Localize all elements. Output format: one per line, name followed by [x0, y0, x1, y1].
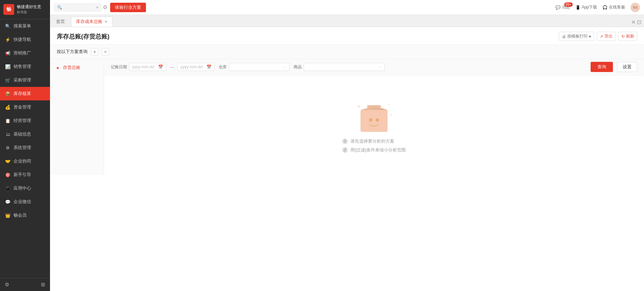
tab-home[interactable]: 首页 — [51, 17, 70, 27]
content-area: 库存总账(存货总账) 🖨 按模板打印 ▾ ↗ 导出 ↻ 刷新 按以下方案查询 — [50, 27, 644, 291]
sidebar-item-newbie[interactable]: 🎯 新手引导 — [0, 168, 50, 181]
filter-collapse-button[interactable]: « — [102, 48, 109, 55]
export-label: 导出 — [604, 33, 613, 39]
warehouse-more-icon: ··· — [283, 65, 287, 69]
scheme-item-label: 存货总账 — [63, 65, 80, 71]
right-content: 记账日期 yyyy-mm-dd 📅 — yyyy-mm-dd 📅 仓库 — [104, 59, 644, 175]
headset-icon: 🎧 — [602, 5, 608, 10]
user-avatar[interactable]: Rit — [630, 3, 640, 12]
message-badge: 99+ — [564, 2, 573, 7]
empty-hint-2: 2 用[过滤]条件来缩小分析范围 — [342, 146, 405, 154]
mobile-icon: 📱 — [5, 185, 11, 191]
sidebar-item-member[interactable]: 👑 畅会员 — [0, 209, 50, 222]
filter-and-scheme: ● 存货总账 记账日期 yyyy-mm-dd 📅 — — [50, 59, 644, 175]
sidebar-item-app-center[interactable]: 📱 应用中心 — [0, 181, 50, 195]
tab-inventory-cost[interactable]: 库存成本总账 ✕ — [71, 17, 113, 27]
sidebar-item-label: 基础信息 — [14, 131, 31, 137]
warehouse-select[interactable]: ··· — [229, 63, 290, 71]
panel-close-icon[interactable]: ✕ — [631, 19, 636, 27]
calendar-end-icon: 📅 — [206, 65, 212, 69]
lightning-icon: ⚡ — [5, 37, 11, 43]
sidebar-item-marketing[interactable]: 📢 营销推广 — [0, 46, 50, 60]
printer-icon: 🖨 — [562, 34, 566, 39]
export-icon: ↗ — [600, 34, 603, 39]
scheme-item-stock-ledger[interactable]: ● 存货总账 — [50, 62, 104, 73]
sidebar-item-basic[interactable]: 🗂 基础信息 — [0, 127, 50, 141]
goods-more-icon: ··· — [378, 65, 382, 69]
filter-add-button[interactable]: + — [91, 48, 98, 55]
app-name: 畅捷通好生意 — [17, 4, 41, 10]
tab-close-icon[interactable]: ✕ — [104, 20, 107, 24]
sidebar-item-sales[interactable]: 📊 销售管理 — [0, 60, 50, 73]
warehouse-label: 仓库 — [219, 64, 227, 70]
scheme-panel: ● 存货总账 — [50, 59, 104, 175]
tab-bar: 首页 库存成本总账 ✕ ✕ ⊡ — [50, 15, 644, 27]
cart-icon: 🛒 — [5, 77, 11, 83]
sidebar-item-wechat[interactable]: 💬 企业微信 — [0, 195, 50, 209]
sidebar-item-system[interactable]: ⚙ 系统管理 — [0, 141, 50, 154]
main-area: 🔍 ▾ ⚙ 体验行业方案 💬 消息 99+ 📱 App下载 🎧 在线客服 Ri — [50, 0, 644, 291]
sidebar-item-label: 快捷导航 — [14, 37, 31, 43]
date-start-placeholder: yyyy-mm-dd — [132, 65, 154, 69]
refresh-icon: ↻ — [621, 34, 625, 39]
industry-solution-button[interactable]: 体验行业方案 — [110, 3, 146, 12]
export-button[interactable]: ↗ 导出 — [597, 32, 616, 41]
calendar-start-icon: 📅 — [158, 65, 163, 69]
date-label: 记账日期 — [111, 64, 127, 70]
date-end-placeholder: yyyy-mm-dd — [180, 65, 202, 69]
date-end-input[interactable]: yyyy-mm-dd 📅 — [177, 63, 215, 71]
refresh-button[interactable]: ↻ 刷新 — [618, 32, 637, 41]
goods-filter: 商品 ··· — [294, 63, 385, 71]
filter-row: 记账日期 yyyy-mm-dd 📅 — yyyy-mm-dd 📅 仓库 — [104, 59, 644, 76]
sidebar-item-operations[interactable]: 📋 经营管理 — [0, 114, 50, 127]
target-icon: 🎯 — [5, 172, 11, 178]
tab-inventory-cost-label: 库存成本总账 — [76, 19, 102, 25]
app-download-item[interactable]: 📱 App下载 — [575, 4, 597, 10]
empty-hint-2-text: 用[过滤]条件来缩小分析范围 — [350, 146, 405, 154]
sidebar-item-purchase[interactable]: 🛒 采购管理 — [0, 73, 50, 87]
topbar-right: 💬 消息 99+ 📱 App下载 🎧 在线客服 Rit — [555, 3, 640, 12]
svg-point-3 — [376, 118, 379, 122]
sidebar-menu: 🔍 搜索菜单 ⚡ 快捷导航 📢 营销推广 📊 销售管理 🛒 采购管理 📦 库存核… — [0, 19, 50, 278]
settings-bottom-icon[interactable]: ⚙ — [5, 282, 9, 288]
dropdown-icon: ▾ — [96, 5, 98, 10]
panel-expand-icon[interactable]: ⊡ — [637, 19, 641, 27]
empty-hint-1: 1 请先选择要分析的方案 — [342, 137, 405, 146]
sidebar-item-quick-nav[interactable]: ⚡ 快捷导航 — [0, 33, 50, 46]
sidebar-item-label: 采购管理 — [14, 77, 31, 83]
print-template-button[interactable]: 🖨 按模板打印 ▾ — [559, 32, 594, 41]
empty-state: 1 请先选择要分析的方案 2 用[过滤]条件来缩小分析范围 — [104, 76, 644, 175]
query-button[interactable]: 查询 — [591, 62, 613, 72]
sidebar-item-cooperation[interactable]: 🤝 企业协同 — [0, 154, 50, 168]
goods-label: 商品 — [294, 64, 302, 70]
sidebar-item-label: 经营管理 — [14, 118, 31, 124]
step2-icon: 2 — [342, 147, 348, 153]
chart-icon: 📊 — [5, 64, 11, 70]
search-icon: 🔍 — [5, 23, 11, 29]
svg-point-5 — [389, 104, 390, 105]
logo-text-block: 畅捷通好生意 标准版 — [17, 4, 41, 15]
print-template-label: 按模板打印 — [567, 33, 588, 39]
topbar-search-area: 🔍 ▾ ⚙ — [54, 3, 107, 11]
sidebar-item-label: 库存核算 — [14, 91, 31, 97]
date-start-input[interactable]: yyyy-mm-dd 📅 — [129, 63, 166, 71]
money-icon: 💰 — [5, 104, 11, 110]
settings-icon[interactable]: ⚙ — [103, 4, 107, 10]
page-header-actions: 🖨 按模板打印 ▾ ↗ 导出 ↻ 刷新 — [559, 32, 637, 41]
sidebar-item-search[interactable]: 🔍 搜索菜单 — [0, 19, 50, 33]
sidebar-item-inventory[interactable]: 📦 库存核算 — [0, 87, 50, 100]
empty-hints: 1 请先选择要分析的方案 2 用[过滤]条件来缩小分析范围 — [342, 137, 405, 154]
message-item[interactable]: 💬 消息 99+ — [555, 4, 570, 10]
setting-button[interactable]: 设置 — [617, 62, 637, 72]
filter-area: 按以下方案查询 + « — [50, 45, 644, 59]
sidebar-item-label: 搜索菜单 — [14, 23, 31, 29]
sidebar-item-label: 营销推广 — [14, 50, 31, 56]
goods-select[interactable]: ··· — [304, 63, 385, 71]
app-download-label: App下载 — [582, 4, 597, 10]
search-box[interactable]: 🔍 ▾ — [54, 3, 101, 11]
svg-rect-1 — [367, 105, 381, 110]
sidebar-item-finance[interactable]: 💰 资金管理 — [0, 100, 50, 114]
empty-illustration — [352, 96, 396, 137]
collapse-icon[interactable]: ⊞ — [41, 282, 45, 288]
online-service-item[interactable]: 🎧 在线客服 — [602, 4, 625, 10]
